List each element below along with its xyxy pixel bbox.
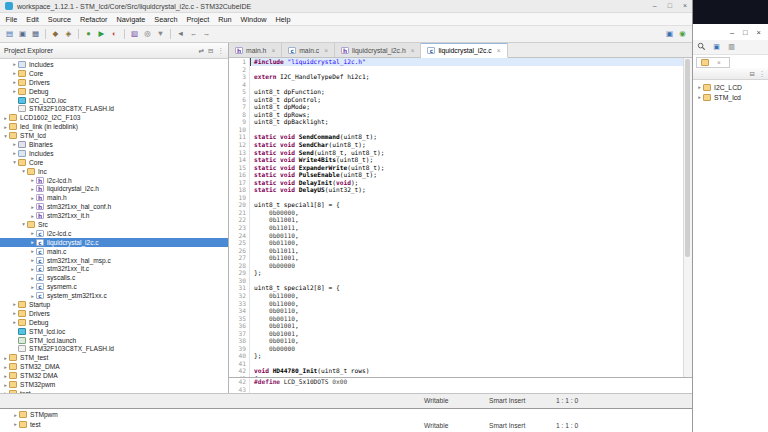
split-editor[interactable]: 42#define LCD_5x10DOTS 0x0043 bbox=[229, 377, 692, 393]
caret-down-icon[interactable]: ▾ bbox=[2, 133, 9, 139]
menu-edit[interactable]: Edit bbox=[22, 15, 44, 24]
close-tab-icon[interactable]: × bbox=[411, 47, 415, 54]
caret-right-icon[interactable]: ▸ bbox=[29, 204, 36, 210]
code-line[interactable]: 17static void DelayInit(void); bbox=[229, 179, 684, 187]
tree-item-led-link-in-ledblink[interactable]: ▸led_link (in ledblink) bbox=[0, 122, 228, 131]
tree-item-debug[interactable]: ▸Debug bbox=[0, 318, 228, 327]
tree-item-stm-lcd-ioc[interactable]: STM_lcd.ioc bbox=[0, 327, 228, 336]
code-line[interactable]: 22 0b11001, bbox=[229, 216, 684, 224]
tree-item-i2c-lcd-ioc[interactable]: I2C_LCD.ioc bbox=[0, 96, 228, 105]
code-line[interactable]: 28 0b00000 bbox=[229, 262, 684, 270]
code-line[interactable]: 38 0b00110, bbox=[229, 337, 684, 345]
menu-navigate[interactable]: Navigate bbox=[112, 15, 150, 24]
scrollbar-thumb[interactable] bbox=[685, 59, 690, 257]
caret-down-icon[interactable]: ▾ bbox=[11, 159, 18, 165]
close-button[interactable]: × bbox=[683, 0, 687, 12]
caret-right-icon[interactable]: ▸ bbox=[29, 230, 36, 236]
tree-item-system-stm32f1xx-c[interactable]: ▸csystem_stm32f1xx.c bbox=[0, 291, 228, 300]
code-line[interactable]: 34 0b00110, bbox=[229, 307, 684, 315]
caret-right-icon[interactable]: ▸ bbox=[2, 115, 9, 121]
menu-file[interactable]: File bbox=[1, 15, 22, 24]
menu-help[interactable]: Help bbox=[271, 15, 295, 24]
caret-right-icon[interactable]: ▸ bbox=[11, 79, 18, 85]
caret-right-icon[interactable]: ▸ bbox=[29, 248, 36, 254]
code-line[interactable]: 32 0b11000, bbox=[229, 292, 684, 300]
new-project-icon[interactable]: ▧ bbox=[128, 28, 141, 40]
caret-right-icon[interactable]: ▸ bbox=[11, 70, 18, 76]
caret-right-icon[interactable]: ▸ bbox=[29, 293, 36, 299]
caret-right-icon[interactable]: ▸ bbox=[2, 124, 9, 130]
code-editor[interactable]: 1#include "liquidcrystal_i2c.h"23extern … bbox=[229, 58, 692, 377]
tree-item-i2c-lcd-c[interactable]: ▸ci2c-lcd.c bbox=[0, 229, 228, 238]
caret-right-icon[interactable]: ▸ bbox=[2, 373, 9, 379]
back-bottom-tree-item-stmpwm[interactable]: ▸STMpwm bbox=[0, 410, 61, 420]
code-line[interactable]: 37 0b01001, bbox=[229, 330, 684, 338]
code-line[interactable]: 43 bbox=[229, 386, 692, 393]
code-line[interactable]: 23 0b11011, bbox=[229, 224, 684, 232]
close-tab-icon[interactable]: × bbox=[497, 47, 501, 54]
code-line[interactable]: 14static void Write4Bits(uint8_t); bbox=[229, 156, 684, 164]
menu-refactor[interactable]: Refactor bbox=[75, 15, 112, 24]
search-icon[interactable]: ◎ bbox=[141, 28, 154, 40]
code-line[interactable]: 39 0b00000 bbox=[229, 345, 684, 353]
code-line[interactable]: 2 bbox=[229, 66, 684, 74]
tree-item-stm-test[interactable]: ▸STM_test bbox=[0, 353, 228, 362]
tree-item-stm32-dma[interactable]: ▸STM32 DMA bbox=[0, 371, 228, 380]
code-line[interactable]: 12static void SendChar(uint8_t); bbox=[229, 141, 684, 149]
back-maximize-button[interactable]: □ bbox=[743, 28, 748, 37]
tree-item-main-h[interactable]: ▸hmain.h bbox=[0, 193, 228, 202]
tree-item-inc[interactable]: ▾Inc bbox=[0, 167, 228, 176]
c-cpp-perspective-icon[interactable]: ▣ bbox=[663, 28, 676, 40]
tree-item-startup[interactable]: ▸Startup bbox=[0, 300, 228, 309]
new-icon[interactable]: ▤ bbox=[3, 28, 16, 40]
editor-tab-main-h[interactable]: hmain.h× bbox=[229, 43, 282, 57]
back-tree-item-stm-lcd[interactable]: ▸STM_lcd bbox=[693, 92, 768, 102]
code-line[interactable]: 1#include "liquidcrystal_i2c.h" bbox=[229, 58, 684, 66]
menu-run[interactable]: Run bbox=[214, 15, 236, 24]
code-line[interactable]: 7uint8_t dpMode; bbox=[229, 103, 684, 111]
save-all-icon[interactable]: ▦ bbox=[29, 28, 42, 40]
maximize-button[interactable]: □ bbox=[668, 0, 672, 12]
link-with-editor-icon[interactable]: ⇄ bbox=[199, 47, 204, 55]
code-line[interactable]: 30 bbox=[229, 277, 684, 285]
save-icon[interactable]: ▣ bbox=[16, 28, 29, 40]
search-icon[interactable] bbox=[696, 42, 707, 52]
caret-down-icon[interactable]: ▾ bbox=[20, 168, 27, 174]
caret-down-icon[interactable]: ▾ bbox=[20, 221, 27, 227]
code-line[interactable]: 31uint8_t special2[8] = { bbox=[229, 284, 684, 292]
code-line[interactable]: 19 bbox=[229, 194, 684, 202]
tree-item-debug[interactable]: ▸Debug bbox=[0, 87, 228, 96]
code-line[interactable]: 5uint8_t dpFunction; bbox=[229, 88, 684, 96]
build-all-icon[interactable]: ◈ bbox=[62, 28, 75, 40]
back-close-button[interactable]: × bbox=[757, 28, 761, 37]
tree-item-stm32f1xx-it-c[interactable]: ▸cstm32f1xx_it.c bbox=[0, 264, 228, 273]
caret-right-icon[interactable]: ▸ bbox=[2, 355, 9, 361]
code-line[interactable]: 13static void Send(uint8_t, uint8_t); bbox=[229, 149, 684, 157]
tree-item-stm32-dma[interactable]: ▸STM32_DMA bbox=[0, 362, 228, 371]
c-cpp-perspective-icon[interactable]: ▥ bbox=[726, 42, 737, 52]
code-line[interactable]: 3extern I2C_HandleTypeDef hi2c1; bbox=[229, 73, 684, 81]
caret-right-icon[interactable]: ▸ bbox=[29, 213, 36, 219]
build-icon[interactable]: ◆ bbox=[49, 28, 62, 40]
tree-item-liquidcrystal-i2c-c[interactable]: ▸cliquidcrystal_i2c.c bbox=[0, 238, 228, 247]
editor-tab-main-c[interactable]: cmain.c× bbox=[282, 43, 335, 57]
caret-right-icon[interactable]: ▸ bbox=[2, 364, 9, 370]
caret-right-icon[interactable]: ▸ bbox=[29, 266, 36, 272]
tree-item-stm32f1xx-hal-conf-h[interactable]: ▸hstm32f1xx_hal_conf.h bbox=[0, 202, 228, 211]
code-line[interactable]: 4 bbox=[229, 81, 684, 89]
code-line[interactable]: 42void HD44780_Init(uint8_t rows) bbox=[229, 367, 684, 375]
code-line[interactable]: 26 0b11011, bbox=[229, 247, 684, 255]
last-edit-location-icon[interactable]: ◄ bbox=[174, 28, 187, 40]
tree-item-i2c-lcd-h[interactable]: ▸hi2c-lcd.h bbox=[0, 176, 228, 185]
caret-right-icon[interactable]: ▸ bbox=[696, 84, 703, 90]
menu-search[interactable]: Search bbox=[150, 15, 182, 24]
caret-right-icon[interactable]: ▸ bbox=[12, 412, 19, 418]
tree-item-sysmem-c[interactable]: ▸csysmem.c bbox=[0, 282, 228, 291]
annotations-icon[interactable]: ▼ bbox=[154, 28, 167, 40]
close-tab-icon[interactable]: × bbox=[271, 47, 275, 54]
tree-item-main-c[interactable]: ▸cmain.c bbox=[0, 247, 228, 256]
back-icon[interactable]: ← bbox=[187, 28, 200, 40]
back-editor-tab[interactable]: × bbox=[696, 57, 730, 68]
caret-right-icon[interactable]: ▸ bbox=[11, 310, 18, 316]
tree-item-stm-lcd-launch[interactable]: STM_lcd.launch bbox=[0, 336, 228, 345]
